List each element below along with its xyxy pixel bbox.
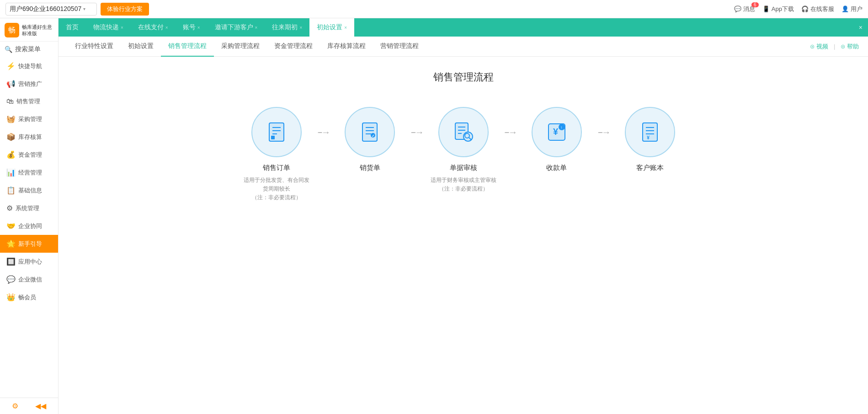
sidebar-label: 采购管理 [18,115,42,123]
sub-tabs-bar: 行业特性设置 初始设置 销售管理流程 采购管理流程 资金管理流程 库存核算流程 … [59,37,868,57]
flow-desc-doc-review: 适用于财务审核或主管审核（注：非必要流程） [431,176,496,193]
tab-logistics-close[interactable]: × [121,25,123,30]
tab-account-label: 账号 [183,23,196,32]
sidebar-search[interactable]: 🔍 搜索菜单 [0,42,58,57]
app-center-icon: 🔲 [6,257,16,266]
tab-logistics[interactable]: 物流快递 × [86,18,131,37]
app-download-btn[interactable]: 📱 App下载 [762,5,794,13]
sidebar-item-app-center[interactable]: 🔲 应用中心 [0,253,58,271]
company-selector[interactable]: 用户690企业1660120507 ▾ [5,3,97,16]
collapse-sidebar-icon[interactable]: ◀◀ [35,402,46,410]
flow-label-sales-order: 销售订单 [263,164,290,172]
sub-tab-initial-settings[interactable]: 初始设置 [121,37,161,57]
sidebar-item-purchase-mgmt[interactable]: 🧺 采购管理 [0,110,58,128]
sidebar-item-quick-nav[interactable]: ⚡ 快捷导航 [0,57,58,75]
tab-invite-downstream-close[interactable]: × [255,25,258,30]
sidebar-label: 资金管理 [18,151,42,159]
new-guide-icon: 🌟 [6,239,16,248]
flow-circle-sales-order [251,107,302,157]
logo-line1: 畅库通好生意 [22,24,52,30]
online-service-btn[interactable]: 🎧 在线客服 [801,5,834,13]
sales-icon: 🛍 [6,97,14,106]
quick-nav-icon: ⚡ [6,62,16,70]
sys-mgmt-icon: ⚙ [6,204,13,212]
inventory-icon: 📦 [6,133,16,141]
vip-icon: 👑 [6,293,16,302]
sub-tab-finance-flow[interactable]: 资金管理流程 [267,37,320,57]
sidebar: 畅 畅库通好生意 标准版 🔍 搜索菜单 ⚡ 快捷导航 📢 营销推广 🛍 销售管理… [0,18,59,414]
flow-circle-doc-review [438,107,489,157]
sidebar-item-sys-mgmt[interactable]: ⚙ 系统管理 [0,199,58,217]
messages-badge: 6 [751,2,759,7]
divider: | [834,43,835,50]
sidebar-item-sales-mgmt[interactable]: 🛍 销售管理 [0,93,58,110]
sidebar-item-enterprise-collab[interactable]: 🤝 企业协同 [0,217,58,235]
content-area: 首页 物流快递 × 在线支付 × 账号 × 邀请下游客户 × 往来期初 × [59,18,868,414]
sub-tab-inventory-flow[interactable]: 库存核算流程 [320,37,373,57]
sidebar-label: 系统管理 [16,204,39,212]
sidebar-item-new-guide[interactable]: 🌟 新手引导 [0,235,58,253]
enterprise-collab-icon: 🤝 [6,222,16,230]
tab-account[interactable]: 账号 × [176,18,208,37]
user-label: 用户 [851,5,863,13]
trial-btn[interactable]: 体验行业方案 [101,3,149,16]
sub-tab-marketing-flow[interactable]: 营销管理流程 [373,37,426,57]
sub-tab-purchase-flow[interactable]: 采购管理流程 [214,37,267,57]
tab-home[interactable]: 首页 [59,18,86,37]
video-btn[interactable]: ⊙ 视频 [810,42,828,51]
top-header: 用户690企业1660120507 ▾ 体验行业方案 💬 消息 6 📱 App下… [0,0,868,18]
dropdown-arrow-icon: ▾ [83,6,85,11]
tab-home-label: 首页 [66,23,79,32]
sidebar-label: 快捷导航 [18,62,42,70]
tab-online-pay[interactable]: 在线支付 × [131,18,176,37]
sidebar-label: 营销推广 [18,80,42,88]
help-btn[interactable]: ⊙ 帮助 [841,42,859,51]
finance-icon: 💰 [6,150,16,159]
flow-desc-sales-order: 适用于分批发货、有合同发货周期较长（注：非必要流程） [242,176,311,202]
sidebar-item-finance-mgmt[interactable]: 💰 资金管理 [0,146,58,164]
message-icon: 💬 [734,5,741,12]
sub-tab-industry-settings[interactable]: 行业特性设置 [68,37,121,57]
flow-circle-receipt: ¥ ↑ [532,107,582,157]
sidebar-item-vip[interactable]: 👑 畅会员 [0,288,58,306]
tab-invite-downstream-label: 邀请下游客户 [215,23,253,32]
sub-tab-sales-flow[interactable]: 销售管理流程 [161,37,214,57]
sidebar-item-marketing-promo[interactable]: 📢 营销推广 [0,75,58,93]
sidebar-item-enterprise-wechat[interactable]: 💬 企业微信 [0,271,58,288]
flow-item-receipt: ¥ ↑ 收款单 [516,107,598,176]
tab-past-initial-close[interactable]: × [299,25,302,30]
search-icon: 🔍 [5,46,12,53]
messages-btn[interactable]: 💬 消息 6 [734,5,755,13]
close-all-tabs-btn[interactable]: × [853,18,868,37]
sub-tab-sales-flow-label: 销售管理流程 [168,42,207,50]
logo-line2: 标准版 [22,30,52,37]
flow-circle-customer-ledger: ¥ [625,107,675,157]
flow-arrow-2: - - → [411,107,422,138]
sidebar-item-inventory[interactable]: 📦 库存核算 [0,128,58,146]
tab-invite-downstream[interactable]: 邀请下游客户 × [208,18,265,37]
purchase-icon: 🧺 [6,115,16,123]
sidebar-label: 畅会员 [18,293,36,302]
flow-arrow-4: - - → [598,107,609,138]
headset-icon: 🎧 [801,5,809,12]
svg-rect-5 [362,123,377,141]
tab-account-close[interactable]: × [197,25,200,30]
main-layout: 畅 畅库通好生意 标准版 🔍 搜索菜单 ⚡ 快捷导航 📢 营销推广 🛍 销售管理… [0,18,868,414]
marketing-icon: 📢 [6,80,16,88]
tab-online-pay-close[interactable]: × [165,25,168,30]
sub-tab-finance-flow-label: 资金管理流程 [274,42,313,50]
tab-past-initial[interactable]: 往来期初 × [265,18,309,37]
svg-text:¥: ¥ [647,135,650,140]
settings-icon[interactable]: ⚙ [12,402,18,410]
sidebar-label: 企业微信 [18,276,42,284]
tab-initial-settings[interactable]: 初始设置 × [309,18,354,37]
tab-initial-settings-close[interactable]: × [344,25,347,30]
flow-arrow-1: - - → [318,107,329,138]
user-menu-btn[interactable]: 👤 用户 [841,5,863,13]
phone-icon: 📱 [762,5,770,12]
sidebar-item-basic-info[interactable]: 📋 基础信息 [0,181,58,199]
svg-rect-4 [271,136,275,139]
sidebar-label: 应用中心 [18,258,42,266]
flow-arrow-3: - - → [505,107,516,138]
sidebar-item-operations-mgmt[interactable]: 📊 经营管理 [0,164,58,181]
